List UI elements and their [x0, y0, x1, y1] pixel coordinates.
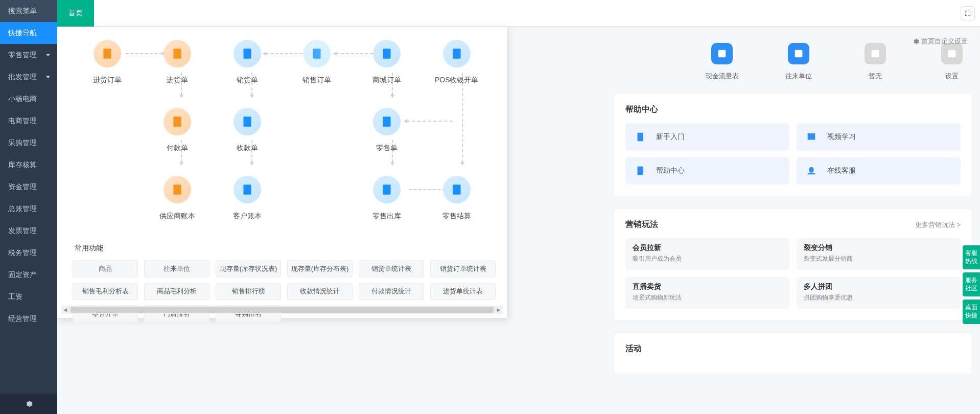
sidebar-item-4[interactable]: 电商管理: [0, 110, 57, 132]
sidebar-item-13[interactable]: 经营管理: [0, 308, 57, 330]
flow-icon: [373, 40, 401, 67]
marketing-panel: 营销玩法 更多营销玩法 > 会员拉新吸引用户成为会员裂变分销裂变式发展分销商直播…: [614, 209, 972, 320]
scroll-left[interactable]: ◄: [61, 306, 69, 314]
shortcut-2[interactable]: 暂无: [855, 43, 895, 81]
shortcut-0[interactable]: 现金流量表: [702, 43, 742, 81]
flow-row2-4[interactable]: 零售单: [352, 108, 422, 167]
tab-home[interactable]: 首页: [57, 0, 94, 27]
flow-row1-0[interactable]: 进货订单: [73, 40, 143, 99]
flow-row3-2[interactable]: 客户账本: [212, 176, 282, 235]
fn-btn-9[interactable]: 收款情况统计: [287, 283, 353, 300]
shortcut-3[interactable]: 设置: [932, 43, 972, 81]
flow-row1-1[interactable]: 进货单: [143, 40, 213, 99]
gear-icon: [912, 38, 919, 45]
marketing-item-1[interactable]: 裂变分销裂变式发展分销商: [797, 238, 961, 270]
flow-row1-3[interactable]: 销售订单: [282, 40, 352, 99]
shortcut-label: 暂无: [869, 72, 882, 81]
chevron-down-icon: [46, 76, 50, 78]
flow-icon: [443, 40, 471, 67]
sidebar-search[interactable]: 搜索菜单: [0, 0, 57, 22]
flow-icon: [443, 176, 471, 203]
scroll-right[interactable]: ►: [495, 306, 503, 314]
shortcut-1[interactable]: 往来单位: [779, 43, 819, 81]
flow-row3-5[interactable]: 零售结算: [422, 176, 492, 235]
sidebar-item-2[interactable]: 批发管理: [0, 66, 57, 88]
help-icon: [804, 163, 819, 178]
marketing-item-3[interactable]: 多人拼团拼团购物享受优惠: [797, 277, 961, 309]
flow-label: 销货单: [237, 76, 258, 85]
flow-row3-1[interactable]: 供应商账本: [143, 176, 213, 235]
fn-btn-2[interactable]: 现存量(库存状况表): [216, 260, 281, 278]
fullscreen-icon: [964, 10, 971, 17]
flow-row1-4[interactable]: 商城订单: [352, 40, 422, 99]
fn-btn-11[interactable]: 进货单统计表: [430, 283, 496, 300]
sidebar-item-12[interactable]: 工资: [0, 286, 57, 308]
marketing-item-sub: 裂变式发展分销商: [804, 255, 953, 263]
flow-row2-2[interactable]: 收款单: [212, 108, 282, 167]
flow-row2-1[interactable]: 付款单: [143, 108, 213, 167]
help-item-0[interactable]: 新手入门: [625, 123, 789, 151]
marketing-item-sub: 吸引用户成为会员: [633, 255, 782, 263]
fn-btn-0[interactable]: 商品: [73, 260, 138, 278]
shortcut-icon: [941, 43, 963, 64]
shortcut-label: 往来单位: [785, 72, 812, 81]
help-item-3[interactable]: 在线客服: [797, 157, 961, 185]
activity-panel: 活动: [614, 333, 972, 374]
fn-btn-5[interactable]: 销货订单统计表: [430, 260, 496, 278]
dashboard-custom-settings[interactable]: 首页自定义设置: [912, 37, 968, 46]
sidebar-item-1[interactable]: 零售管理: [0, 44, 57, 66]
fn-btn-7[interactable]: 商品毛利分析: [144, 283, 209, 300]
dock-btn-2[interactable]: 桌面快捷: [963, 300, 980, 324]
fn-btn-1[interactable]: 往来单位: [144, 260, 209, 278]
sidebar-settings[interactable]: [0, 394, 57, 414]
gear-icon: [25, 400, 33, 408]
sidebar-item-10[interactable]: 税务管理: [0, 242, 57, 264]
help-icon: [633, 129, 648, 145]
scroll-track[interactable]: [71, 307, 494, 313]
fn-btn-6[interactable]: 销售毛利分析表: [73, 283, 138, 300]
sidebar-item-9[interactable]: 发票管理: [0, 220, 57, 242]
shortcut-label: 设置: [945, 72, 959, 81]
flow-icon: [373, 176, 401, 203]
marketing-more[interactable]: 更多营销玩法 >: [915, 220, 961, 229]
marketing-item-title: 多人拼团: [804, 282, 953, 291]
sidebar-item-6[interactable]: 库存核算: [0, 154, 57, 176]
sidebar-item-3[interactable]: 小畅电商: [0, 88, 57, 110]
flow-row1-2[interactable]: 销货单: [212, 40, 282, 99]
flow-label: 零售出库: [372, 212, 401, 221]
fn-btn-10[interactable]: 付款情况统计: [359, 283, 424, 300]
marketing-item-0[interactable]: 会员拉新吸引用户成为会员: [625, 238, 789, 270]
help-item-2[interactable]: 帮助中心: [625, 157, 789, 185]
help-label: 新手入门: [656, 132, 685, 142]
help-item-1[interactable]: 视频学习: [797, 123, 961, 151]
sidebar-item-11[interactable]: 固定资产: [0, 264, 57, 286]
flow-row3-4[interactable]: 零售出库: [352, 176, 422, 235]
quick-nav-flyout: 进货订单进货单销货单销售订单商城订单POS收银开单付款单收款单零售单供应商账本客…: [57, 27, 507, 318]
chevron-down-icon: [46, 54, 50, 56]
shortcut-icon: [788, 43, 809, 64]
flow-empty: [422, 108, 492, 167]
flow-icon: [303, 40, 331, 67]
fullscreen-button[interactable]: [961, 6, 975, 20]
flow-label: 进货单: [167, 76, 188, 85]
fn-btn-4[interactable]: 销货单统计表: [359, 260, 424, 278]
flow-row1-5[interactable]: POS收银开单: [422, 40, 492, 99]
marketing-title: 营销玩法: [625, 219, 658, 230]
fn-btn-3[interactable]: 现存量(库存分布表): [287, 260, 353, 278]
fn-btn-8[interactable]: 销售排行榜: [216, 283, 281, 300]
flow-label: 客户账本: [233, 212, 262, 221]
flyout-scrollbar[interactable]: ◄ ►: [61, 306, 503, 314]
sidebar-item-8[interactable]: 总账管理: [0, 198, 57, 220]
marketing-item-2[interactable]: 直播卖货场景式购物新玩法: [625, 277, 789, 309]
flow-empty: [282, 176, 352, 235]
help-title: 帮助中心: [625, 104, 961, 115]
svg-rect-1: [795, 50, 803, 58]
flow-empty: [73, 176, 143, 235]
sidebar-item-7[interactable]: 资金管理: [0, 176, 57, 198]
dock-btn-0[interactable]: 客服热线: [963, 245, 980, 269]
flow-icon: [94, 40, 121, 67]
sidebar-item-5[interactable]: 采购管理: [0, 132, 57, 154]
flow-label: 零售结算: [442, 212, 471, 221]
sidebar-item-0[interactable]: 快捷导航: [0, 22, 57, 44]
dock-btn-1[interactable]: 服务社区: [963, 272, 980, 296]
